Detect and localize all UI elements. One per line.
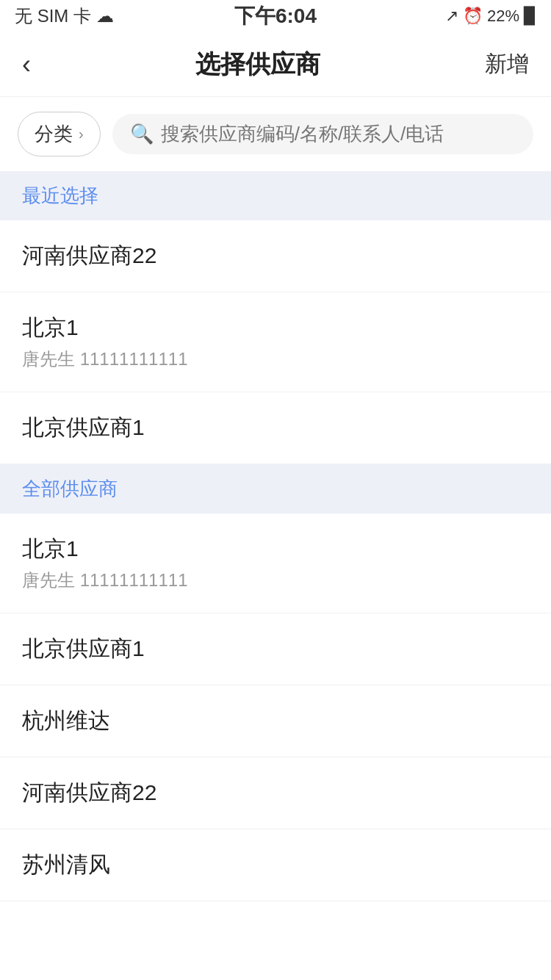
item-name: 河南供应商22 (22, 778, 529, 808)
page-title: 选择供应商 (195, 48, 320, 82)
list-item[interactable]: 苏州清风 (0, 829, 551, 901)
list-item[interactable]: 河南供应商22 (0, 757, 551, 829)
search-input-wrap: 🔍 (112, 114, 533, 154)
list-item[interactable]: 杭州维达 (0, 685, 551, 757)
item-sub: 唐先生 11111111111 (22, 569, 529, 592)
search-bar: 分类 › 🔍 (0, 97, 551, 171)
list-item[interactable]: 北京供应商1 (0, 392, 551, 464)
item-name: 北京1 (22, 313, 529, 343)
status-time: 下午6:04 (234, 2, 317, 30)
category-label: 分类 (35, 121, 73, 147)
item-sub: 唐先生 11111111111 (22, 347, 529, 371)
back-button[interactable]: ‹ (22, 49, 31, 80)
section-header-all: 全部供应商 (0, 464, 551, 514)
chevron-right-icon: › (79, 126, 84, 143)
item-name: 北京1 (22, 534, 529, 564)
alarm-icon: ⏰ (463, 7, 483, 26)
search-input[interactable] (161, 123, 516, 145)
section-header-text-recent: 最近选择 (22, 184, 98, 206)
add-button[interactable]: 新增 (485, 49, 529, 79)
location-icon: ↗ (445, 7, 458, 26)
list-item[interactable]: 北京1唐先生 11111111111 (0, 514, 551, 613)
sections-container: 最近选择河南供应商22北京1唐先生 11111111111北京供应商1全部供应商… (0, 171, 551, 901)
search-icon: 🔍 (130, 123, 154, 145)
sim-status: 无 SIM 卡 ☁ (15, 4, 114, 28)
item-name: 北京供应商1 (22, 634, 529, 664)
item-name: 杭州维达 (22, 706, 529, 736)
status-left: 无 SIM 卡 ☁ (15, 4, 114, 28)
battery-icon: ▉ (524, 7, 536, 26)
item-name: 河南供应商22 (22, 241, 529, 271)
item-name: 北京供应商1 (22, 413, 529, 443)
battery-status: 22% (487, 7, 519, 26)
list-item[interactable]: 北京1唐先生 11111111111 (0, 292, 551, 392)
section-header-text-all: 全部供应商 (22, 478, 118, 500)
category-filter-button[interactable]: 分类 › (18, 112, 101, 156)
nav-bar: ‹ 选择供应商 新增 (0, 32, 551, 97)
list-item[interactable]: 河南供应商22 (0, 220, 551, 292)
status-bar: 无 SIM 卡 ☁ 下午6:04 ↗ ⏰ 22% ▉ (0, 0, 551, 32)
section-header-recent: 最近选择 (0, 171, 551, 220)
list-item[interactable]: 北京供应商1 (0, 613, 551, 685)
status-right: ↗ ⏰ 22% ▉ (445, 7, 536, 26)
item-name: 苏州清风 (22, 850, 529, 880)
